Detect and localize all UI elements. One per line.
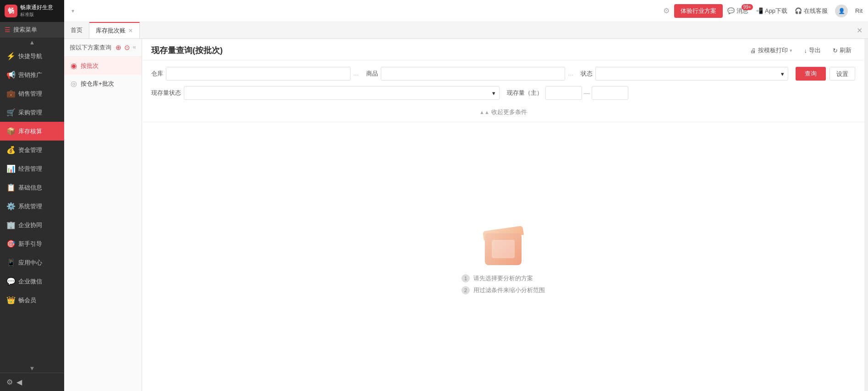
warehouse-input[interactable] [166, 67, 351, 81]
wechat-icon: 💬 [6, 277, 15, 286]
filter-area: 仓库 … 商品 … 状态 ▾ [142, 60, 864, 122]
warehouse-label: 仓库 [151, 70, 163, 78]
appstore-icon: 📱 [6, 258, 15, 267]
topbar: ▾ ⚙ 体验行业方案 💬 消息 99+ 📲 App下载 🎧 在线客服 👤 Rit [64, 0, 868, 22]
sidebar-item-label: 应用中心 [18, 259, 42, 267]
collapse-sidebar-icon[interactable]: ◀ [16, 378, 22, 386]
sidebar-item-basic[interactable]: 📋 基础信息 [0, 178, 64, 197]
topbar-right: 💬 消息 99+ 📲 App下载 🎧 在线客服 👤 Rit [727, 5, 863, 17]
sidebar-item-label: 营销推广 [18, 71, 42, 79]
breadcrumb-dropdown-icon[interactable]: ▾ [71, 8, 74, 14]
purchase-icon: 🛒 [6, 108, 15, 117]
app-title: 畅康通好生意 [20, 4, 53, 11]
sidebar-item-wechat[interactable]: 💬 企业微信 [0, 272, 64, 291]
settings-button[interactable]: 设置 [830, 67, 855, 81]
sidebar-scroll-up[interactable]: ▲ [0, 38, 64, 47]
tab-home[interactable]: 首页 [64, 22, 89, 38]
inventory-icon: 📦 [6, 127, 15, 136]
sidebar-item-marketing[interactable]: 📢 营销推广 [0, 65, 64, 84]
print-dropdown-icon[interactable]: ▾ [790, 48, 792, 54]
sidebar-item-sales[interactable]: 💼 销售管理 [0, 84, 64, 103]
sidebar-footer: ⚙ ◀ [0, 373, 64, 391]
member-icon: 👑 [6, 296, 15, 304]
collapse-more-button[interactable]: ▲▲ 收起更多条件 [151, 105, 855, 119]
sidebar-item-inventory[interactable]: 📦 库存核算 [0, 122, 64, 141]
hint-num-2: 2 [461, 286, 470, 294]
add-scheme-icon[interactable]: ⊕ [115, 43, 121, 52]
filter-row-1: 仓库 … 商品 … 状态 ▾ [151, 67, 855, 81]
sales-icon: 💼 [6, 89, 15, 98]
collapse-left-panel-icon[interactable]: « [133, 43, 136, 52]
hint-text-2: 用过滤条件来缩小分析范围 [473, 286, 545, 294]
stock-qty-min-input[interactable] [545, 86, 582, 100]
warehouse-more-icon[interactable]: … [353, 71, 359, 77]
status-select[interactable]: ▾ [595, 67, 788, 81]
tab-close-icon[interactable]: ✕ [128, 27, 133, 34]
sidebar-item-quick[interactable]: ⚡ 快捷导航 [0, 47, 64, 65]
sidebar-search[interactable]: ☰ 搜索菜单 [0, 22, 64, 38]
goods-input[interactable] [381, 67, 566, 81]
topbar-settings-icon[interactable]: ⚙ [663, 6, 670, 15]
stock-status-select[interactable]: ▾ [184, 86, 500, 100]
sidebar-item-newbie[interactable]: 🎯 新手引导 [0, 234, 64, 253]
scheme-batch-label: 按批次 [81, 62, 99, 70]
app-subtitle: 标准版 [20, 11, 53, 18]
username-label[interactable]: Rit [855, 7, 863, 14]
sidebar-item-system[interactable]: ⚙️ 系统管理 [0, 197, 64, 216]
stock-qty-field: 现存量（主） — [507, 86, 855, 100]
query-button[interactable]: 查询 [796, 67, 826, 81]
newbie-icon: 🎯 [6, 239, 15, 248]
search-menu-label: 搜索菜单 [13, 26, 37, 34]
sidebar-item-operation[interactable]: 📊 经营管理 [0, 159, 64, 178]
print-button[interactable]: 🖨 按模板打印 ▾ [747, 44, 796, 56]
left-panel: 按以下方案查询 ⊕ ⊙ « ◉ 按批次 ◎ 按仓库+批次 [64, 39, 142, 391]
right-panel: 现存量查询(按批次) 🖨 按模板打印 ▾ ↓ 导出 ↻ 刷新 [142, 39, 864, 391]
sidebar-item-label: 资金管理 [18, 146, 42, 154]
service-icon: 🎧 [795, 7, 802, 14]
tabbar-close-button[interactable]: ✕ [851, 26, 868, 35]
stock-status-dropdown-icon: ▾ [492, 90, 495, 97]
print-icon: 🖨 [750, 47, 756, 54]
breadcrumb: ▾ [70, 8, 659, 14]
sidebar-item-label: 经营管理 [18, 165, 42, 173]
sidebar-item-label: 畅会员 [18, 296, 36, 304]
empty-box-inner [492, 240, 515, 258]
tab-inventory-batch[interactable]: 库存批次账 ✕ [89, 22, 140, 38]
message-button[interactable]: 💬 消息 99+ [727, 7, 748, 15]
filter-buttons: 查询 设置 [796, 67, 855, 81]
quick-icon: ⚡ [6, 52, 15, 60]
left-panel-actions: ⊕ ⊙ « [115, 43, 136, 52]
export-button[interactable]: ↓ 导出 [801, 44, 825, 56]
refresh-button[interactable]: ↻ 刷新 [829, 44, 855, 56]
settings-footer-icon[interactable]: ⚙ [6, 378, 13, 386]
stock-qty-range: — [545, 86, 855, 100]
stock-qty-max-input[interactable] [592, 86, 628, 100]
scheme-settings-icon[interactable]: ⊙ [124, 43, 130, 52]
app-label: App下载 [765, 7, 787, 15]
sidebar-item-member[interactable]: 👑 畅会员 [0, 291, 64, 310]
sidebar-item-finance[interactable]: 💰 资金管理 [0, 141, 64, 159]
goods-more-icon[interactable]: … [568, 71, 573, 77]
app-download-button[interactable]: 📲 App下载 [756, 7, 787, 15]
sidebar-scroll-down[interactable]: ▼ [0, 364, 64, 373]
trial-button[interactable]: 体验行业方案 [674, 4, 723, 18]
status-dropdown-icon: ▾ [781, 71, 784, 77]
enterprise-icon: 🏢 [6, 221, 15, 229]
stock-qty-label: 现存量（主） [507, 89, 543, 97]
page-header-actions: 🖨 按模板打印 ▾ ↓ 导出 ↻ 刷新 [747, 44, 856, 56]
service-button[interactable]: 🎧 在线客服 [795, 7, 828, 15]
left-panel-header: 按以下方案查询 ⊕ ⊙ « [64, 39, 142, 57]
basic-icon: 📋 [6, 183, 15, 192]
operation-icon: 📊 [6, 164, 15, 173]
stock-status-field: 现存量状态 ▾ [151, 86, 500, 100]
sidebar-item-appstore[interactable]: 📱 应用中心 [0, 253, 64, 272]
sidebar-item-enterprise[interactable]: 🏢 企业协同 [0, 216, 64, 234]
sidebar-item-purchase[interactable]: 🛒 采购管理 [0, 103, 64, 122]
app-icon: 📲 [756, 7, 763, 14]
page-content: 按以下方案查询 ⊕ ⊙ « ◉ 按批次 ◎ 按仓库+批次 现存量查询(按批次) [64, 39, 868, 391]
tab-home-label: 首页 [71, 26, 82, 34]
sidebar-logo: 畅 [5, 5, 17, 17]
scheme-batch[interactable]: ◉ 按批次 [64, 57, 142, 75]
sidebar-item-label: 销售管理 [18, 90, 42, 98]
scheme-warehouse-batch[interactable]: ◎ 按仓库+批次 [64, 75, 142, 92]
